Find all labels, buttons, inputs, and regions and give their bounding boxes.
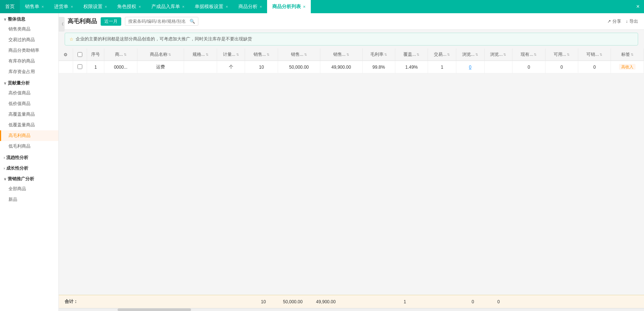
sidebar-item-low-coverage[interactable]: 低覆盖量商品 bbox=[0, 120, 58, 130]
search-input[interactable] bbox=[128, 19, 188, 24]
sidebar-section-trend[interactable]: › 流趋性分析 bbox=[0, 152, 58, 162]
close-product-analysis[interactable]: × bbox=[260, 4, 262, 9]
close-sales-order[interactable]: × bbox=[42, 4, 44, 9]
col-view2[interactable]: 浏览... ⇅ bbox=[484, 48, 512, 61]
sidebar-item-new-products[interactable]: 新品 bbox=[0, 194, 58, 205]
sidebar-item-stock-capital[interactable]: 库存资金占用 bbox=[0, 66, 58, 77]
close-product-analysis-list[interactable]: × bbox=[303, 4, 305, 9]
col-gross-rate[interactable]: 毛利率 ⇅ bbox=[362, 48, 395, 61]
sort-tag-icon[interactable]: ⇅ bbox=[631, 53, 634, 57]
share-button[interactable]: ↗ 分享 bbox=[607, 18, 621, 25]
sort-transaction-icon[interactable]: ⇅ bbox=[447, 53, 450, 57]
nav-purchase-order[interactable]: 进货单 × bbox=[49, 0, 78, 13]
close-all-tabs[interactable]: × bbox=[636, 3, 644, 10]
total-label: 合计： bbox=[65, 299, 116, 305]
horizontal-scrollbar[interactable] bbox=[59, 308, 644, 311]
export-button[interactable]: ↓ 导出 bbox=[626, 18, 638, 25]
cell-checkbox[interactable] bbox=[73, 61, 87, 73]
sidebar-item-high-value[interactable]: 高价值商品 bbox=[0, 88, 58, 98]
close-product-inbound[interactable]: × bbox=[182, 4, 184, 9]
scrollbar-thumb[interactable] bbox=[118, 308, 191, 311]
nav-sales-order[interactable]: 销售单 × bbox=[20, 0, 49, 13]
sort-unit-icon[interactable]: ⇅ bbox=[236, 53, 239, 57]
sort-view1-icon[interactable]: ⇅ bbox=[475, 53, 478, 57]
col-sale-qty[interactable]: 销售... ⇅ bbox=[245, 48, 278, 61]
col-transaction[interactable]: 交易... ⇅ bbox=[428, 48, 456, 61]
col-view1[interactable]: 浏览... ⇅ bbox=[456, 48, 485, 61]
col-unit[interactable]: 计量... ⇅ bbox=[217, 48, 245, 61]
sidebar-item-all-products[interactable]: 全部商品 bbox=[0, 184, 58, 194]
page-title: 高毛利商品 bbox=[68, 18, 97, 25]
nav-product-analysis[interactable]: 商品分析 × bbox=[233, 0, 267, 13]
sort-gross-rate-icon[interactable]: ⇅ bbox=[384, 53, 387, 57]
sort-available-icon[interactable]: ⇅ bbox=[567, 53, 570, 57]
sidebar-item-high-coverage[interactable]: 高覆盖量商品 bbox=[0, 109, 58, 120]
col-index: 序号 bbox=[87, 48, 104, 61]
select-all-checkbox[interactable] bbox=[78, 52, 82, 57]
sidebar-collapse-button[interactable]: 《 bbox=[59, 17, 65, 32]
col-sale-cost[interactable]: 销售... ⇅ bbox=[320, 48, 362, 61]
sidebar-item-category-sales-rate[interactable]: 商品分类助销率 bbox=[0, 45, 58, 56]
sidebar-item-in-stock-products[interactable]: 有库存的商品 bbox=[0, 56, 58, 66]
sort-current-stock-icon[interactable]: ⇅ bbox=[534, 53, 537, 57]
toggle-marketing-icon: ∨ bbox=[4, 177, 6, 181]
sort-sale-amount-icon[interactable]: ⇅ bbox=[304, 53, 307, 57]
sort-name-icon[interactable]: ⇅ bbox=[168, 53, 171, 57]
col-spec[interactable]: 规格... ⇅ bbox=[184, 48, 217, 61]
close-permission-settings[interactable]: × bbox=[105, 4, 107, 9]
table-row: 1 0000... 运费 个 10 50,000.00 49,900.00 99… bbox=[59, 61, 644, 73]
content-area: 《 高毛利商品 近一月 🔍 ↗ 分享 ↓ 导出 ☆ 企 bbox=[59, 13, 644, 311]
footer-total: 合计： 10 50,000.00 49,900.00 1 0 0 bbox=[59, 295, 644, 308]
total-sale-qty: 10 bbox=[251, 299, 276, 304]
sort-spec-icon[interactable]: ⇅ bbox=[206, 53, 209, 57]
sidebar-section-overall[interactable]: ∨ 整体信息 bbox=[0, 13, 58, 24]
col-sale-amount[interactable]: 销售... ⇅ bbox=[278, 48, 320, 61]
sidebar-item-sales-products[interactable]: 销售类商品 bbox=[0, 24, 58, 35]
search-icon[interactable]: 🔍 bbox=[190, 19, 195, 24]
time-filter-button[interactable]: 近一月 bbox=[101, 17, 121, 26]
col-saleable[interactable]: 可销... ⇅ bbox=[578, 48, 611, 61]
col-coverage[interactable]: 覆盖... ⇅ bbox=[395, 48, 428, 61]
products-table: ⚙ 序号 商... ⇅ bbox=[59, 48, 644, 73]
col-code[interactable]: 商... ⇅ bbox=[104, 48, 137, 61]
sidebar-section-contribution[interactable]: ∨ 贡献量分析 bbox=[0, 77, 58, 88]
col-available[interactable]: 可用... ⇅ bbox=[545, 48, 578, 61]
nav-permission-settings[interactable]: 权限设置 × bbox=[78, 0, 112, 13]
row-checkbox[interactable] bbox=[78, 64, 82, 69]
col-checkbox[interactable] bbox=[73, 48, 87, 61]
sort-view2-icon[interactable]: ⇅ bbox=[503, 53, 506, 57]
sidebar: ∨ 整体信息 销售类商品 交易过的商品 商品分类助销率 有库存的商品 库存资金占… bbox=[0, 13, 59, 311]
nav-product-inbound[interactable]: 产成品入库单 × bbox=[146, 0, 190, 13]
toggle-growth-icon: › bbox=[4, 166, 5, 170]
cell-spec bbox=[184, 61, 217, 73]
col-current-stock[interactable]: 现有... ⇅ bbox=[512, 48, 545, 61]
close-role-auth[interactable]: × bbox=[138, 4, 141, 9]
nav-role-auth[interactable]: 角色授权 × bbox=[112, 0, 146, 13]
sidebar-item-low-margin[interactable]: 低毛利商品 bbox=[0, 141, 58, 152]
sidebar-item-low-value[interactable]: 低价值商品 bbox=[0, 98, 58, 109]
nav-template-settings[interactable]: 单据模板设置 × bbox=[190, 0, 233, 13]
sort-saleable-icon[interactable]: ⇅ bbox=[600, 53, 602, 57]
cell-view1[interactable]: 0 bbox=[456, 61, 485, 73]
sidebar-section-growth[interactable]: › 成长性分析 bbox=[0, 162, 58, 173]
sort-sale-cost-icon[interactable]: ⇅ bbox=[346, 53, 349, 57]
sidebar-section-marketing[interactable]: ∨ 营销推广分析 bbox=[0, 173, 58, 184]
cell-name: 运费 bbox=[137, 61, 184, 73]
nav-product-analysis-list[interactable]: 商品分析列表 × bbox=[267, 0, 310, 13]
col-tag[interactable]: 标签 ⇅ bbox=[611, 48, 644, 61]
share-icon: ↗ bbox=[607, 19, 611, 24]
cell-sale-amount: 50,000.00 bbox=[278, 61, 320, 73]
sort-sale-qty-icon[interactable]: ⇅ bbox=[267, 53, 270, 57]
top-navigation: 首页 销售单 × 进货单 × 权限设置 × 角色授权 × 产成品入库单 × 单据… bbox=[0, 0, 644, 13]
sort-code-icon[interactable]: ⇅ bbox=[124, 53, 127, 57]
cell-settings bbox=[59, 61, 73, 73]
col-name[interactable]: 商品名称 ⇅ bbox=[137, 48, 184, 61]
sidebar-item-high-margin[interactable]: 高毛利商品 bbox=[0, 130, 58, 141]
close-purchase-order[interactable]: × bbox=[71, 4, 73, 9]
sort-coverage-icon[interactable]: ⇅ bbox=[417, 53, 420, 57]
sidebar-item-traded-products[interactable]: 交易过的商品 bbox=[0, 35, 58, 45]
close-template-settings[interactable]: × bbox=[226, 4, 228, 9]
cell-sale-qty: 10 bbox=[245, 61, 278, 73]
col-settings[interactable]: ⚙ bbox=[59, 48, 73, 61]
nav-home[interactable]: 首页 bbox=[0, 0, 20, 13]
